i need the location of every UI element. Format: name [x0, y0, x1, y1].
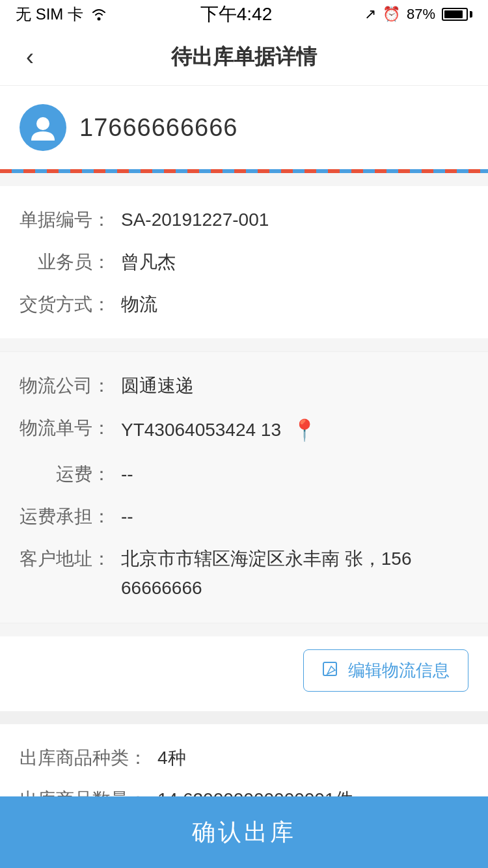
battery-percentage: 87%: [407, 6, 435, 23]
freight-row: 运费： --: [20, 460, 468, 489]
delivery-method-row: 交货方式： 物流: [20, 290, 468, 319]
status-bar: 无 SIM 卡 下午4:42 ↗ ⏰ 87%: [0, 0, 488, 29]
carrier-label: 无 SIM 卡: [16, 4, 83, 25]
freight-bearer-value: --: [121, 502, 468, 532]
user-section: 17666666666: [0, 86, 488, 169]
svg-point-0: [98, 18, 101, 21]
edit-btn-container: 编辑物流信息: [0, 636, 488, 711]
wifi-icon: [90, 7, 108, 21]
doc-number-row: 单据编号： SA-20191227-001: [20, 206, 468, 235]
alarm-icon: ⏰: [383, 6, 400, 23]
delivery-method-label: 交货方式：: [20, 290, 111, 319]
back-button[interactable]: ‹: [20, 37, 40, 77]
address-label: 客户地址：: [20, 545, 111, 603]
page-title: 待出库单据详情: [171, 43, 317, 72]
avatar-icon: [27, 112, 59, 143]
sales-person-label: 业务员：: [20, 248, 111, 277]
logistics-card: 物流公司： 圆通速递 物流单号： YT43064053424 13 📍 运费： …: [0, 351, 488, 623]
battery-icon: [442, 8, 472, 21]
sales-person-value: 曾凡杰: [121, 248, 468, 277]
edit-icon: [322, 661, 340, 679]
document-info-card: 单据编号： SA-20191227-001 业务员： 曾凡杰 交货方式： 物流: [0, 186, 488, 338]
tracking-number-label: 物流单号：: [20, 414, 111, 447]
user-phone: 17666666666: [79, 114, 237, 142]
confirm-button-bar[interactable]: 确认出库: [0, 796, 488, 868]
tracking-number-container: YT43064053424 13 📍: [121, 414, 468, 447]
freight-label: 运费：: [20, 460, 111, 489]
tracking-location-icon[interactable]: 📍: [291, 414, 318, 447]
status-right: ↗ ⏰ 87%: [364, 6, 472, 23]
address-value: 北京市市辖区海淀区永丰南 张，156 66666666: [121, 545, 468, 603]
delivery-method-value: 物流: [121, 290, 468, 319]
sales-person-row: 业务员： 曾凡杰: [20, 248, 468, 277]
logistics-company-value: 圆通速递: [121, 372, 468, 401]
svg-point-1: [36, 117, 49, 130]
edit-logistics-label: 编辑物流信息: [348, 659, 450, 682]
confirm-button-text: 确认出库: [192, 817, 296, 848]
status-time: 下午4:42: [200, 2, 273, 27]
freight-bearer-label: 运费承担：: [20, 502, 111, 532]
dashed-divider: [0, 169, 488, 173]
address-row: 客户地址： 北京市市辖区海淀区永丰南 张，156 66666666: [20, 545, 468, 603]
status-left: 无 SIM 卡: [16, 4, 108, 25]
goods-types-row: 出库商品种类： 4种: [20, 744, 468, 773]
nav-bar: ‹ 待出库单据详情: [0, 29, 488, 86]
freight-value: --: [121, 460, 468, 489]
goods-types-label: 出库商品种类：: [20, 744, 147, 773]
doc-number-label: 单据编号：: [20, 206, 111, 235]
logistics-company-label: 物流公司：: [20, 372, 111, 401]
freight-bearer-row: 运费承担： --: [20, 502, 468, 532]
location-status-icon: ↗: [364, 6, 376, 23]
edit-logistics-button[interactable]: 编辑物流信息: [303, 649, 468, 692]
doc-number-value: SA-20191227-001: [121, 206, 468, 235]
section-divider: [0, 711, 488, 724]
logistics-company-row: 物流公司： 圆通速递: [20, 372, 468, 401]
tracking-number-value: YT43064053424 13: [121, 416, 281, 445]
tracking-number-row: 物流单号： YT43064053424 13 📍: [20, 414, 468, 447]
avatar: [20, 104, 66, 151]
goods-types-value: 4种: [157, 744, 468, 773]
